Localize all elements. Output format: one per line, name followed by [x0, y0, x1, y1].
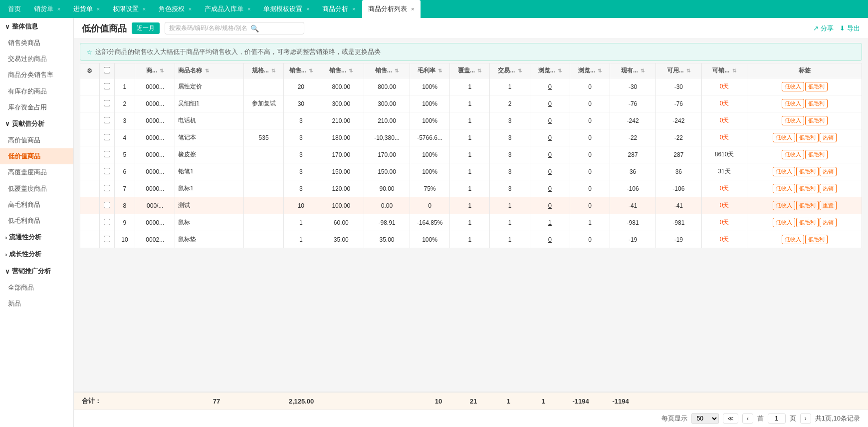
col-browse1-header[interactable]: 浏览... ⇅ [530, 63, 570, 78]
sidebar-item-low-value[interactable]: 低价值商品 [0, 148, 73, 164]
sidebar-item-sales-goods[interactable]: 销售类商品 [0, 35, 73, 51]
browse1[interactable]: 0 [530, 129, 570, 146]
sidebar-item-traded-goods[interactable]: 交易过的商品 [0, 51, 73, 67]
sidebar-item-new-goods[interactable]: 新品 [0, 296, 73, 312]
col-settings[interactable]: ⚙ [80, 63, 100, 78]
search-box[interactable]: 搜索条码/编码/名称/规格/别名 🔍 [165, 22, 304, 34]
row-checkbox[interactable] [104, 185, 110, 191]
sidebar-item-low-coverage[interactable]: 低覆盖度商品 [0, 181, 73, 197]
share-button[interactable]: ↗ 分享 [813, 24, 834, 33]
page-size-select[interactable]: 50 100 [691, 413, 719, 424]
row-checkbox[interactable] [104, 202, 110, 208]
sidebar-item-high-profit[interactable]: 高毛利商品 [0, 197, 73, 213]
col-sales-qty-header[interactable]: 销售... ⇅ [284, 63, 318, 78]
checkbox-cell[interactable] [99, 112, 114, 129]
browse1[interactable]: 0 [530, 180, 570, 197]
checkbox-cell[interactable] [99, 231, 114, 248]
select-all-checkbox[interactable] [104, 67, 110, 73]
checkbox-cell[interactable] [99, 163, 114, 180]
close-icon[interactable]: × [143, 6, 146, 12]
browse1[interactable]: 0 [530, 146, 570, 163]
browse-link[interactable]: 0 [548, 100, 552, 107]
sidebar-group-growth[interactable]: › 成长性分析 [0, 246, 73, 263]
col-spec-header[interactable]: 规格... ⇅ [243, 63, 283, 78]
col-sales-amount-header[interactable]: 销售... ⇅ [318, 63, 364, 78]
col-coverage-header[interactable]: 覆盖... ⇅ [450, 63, 490, 78]
nav-item-warehouse[interactable]: 产成品入库单 × [199, 0, 256, 18]
row-checkbox[interactable] [104, 151, 110, 157]
checkbox-cell[interactable] [99, 95, 114, 112]
browse1[interactable]: 0 [530, 95, 570, 112]
nav-item-template[interactable]: 单据模板设置 × [257, 0, 315, 18]
row-checkbox[interactable] [104, 236, 110, 242]
browse-link[interactable]: 0 [548, 151, 552, 158]
browse1[interactable]: 0 [530, 197, 570, 214]
nav-item-permissions[interactable]: 权限设置 × [107, 0, 152, 18]
col-available-stock-header[interactable]: 可用... ⇅ [655, 63, 701, 78]
checkbox-cell[interactable] [99, 180, 114, 197]
browse-link[interactable]: 0 [548, 134, 552, 141]
sidebar-group-overview[interactable]: ∨ 整体信息 [0, 18, 73, 35]
close-icon[interactable]: × [97, 6, 100, 12]
checkbox-cell[interactable] [99, 197, 114, 214]
browse-link[interactable]: 0 [548, 202, 552, 209]
row-checkbox[interactable] [104, 134, 110, 140]
checkbox-cell[interactable] [99, 146, 114, 163]
row-checkbox[interactable] [104, 168, 110, 174]
row-checkbox[interactable] [104, 83, 110, 89]
sidebar-group-contribution[interactable]: ∨ 贡献值分析 [0, 115, 73, 132]
col-gross-margin-header[interactable]: 毛利率 ⇅ [410, 63, 449, 78]
col-checkbox[interactable] [99, 63, 114, 78]
close-icon[interactable]: × [189, 6, 192, 12]
sidebar-item-low-profit[interactable]: 低毛利商品 [0, 213, 73, 229]
nav-item-goods-list[interactable]: 商品分析列表 × [362, 0, 420, 18]
checkbox-cell[interactable] [99, 129, 114, 146]
col-code-header[interactable]: 商... ⇅ [135, 63, 175, 78]
search-icon[interactable]: 🔍 [250, 24, 259, 32]
browse-link[interactable]: 0 [548, 185, 552, 192]
browse1[interactable]: 0 [530, 112, 570, 129]
sidebar-item-stock-goods[interactable]: 有库存的商品 [0, 83, 73, 99]
export-button[interactable]: ⬇ 导出 [840, 24, 860, 33]
row-checkbox[interactable] [104, 100, 110, 106]
sidebar-item-all-goods[interactable]: 全部商品 [0, 280, 73, 296]
nav-item-sales[interactable]: 销货单 × [28, 0, 66, 18]
nav-item-roles[interactable]: 角色授权 × [153, 0, 198, 18]
close-icon[interactable]: × [306, 6, 309, 12]
row-checkbox[interactable] [104, 117, 110, 123]
col-sales-profit-header[interactable]: 销售... ⇅ [364, 63, 410, 78]
checkbox-cell[interactable] [99, 78, 114, 95]
sidebar-group-circulation[interactable]: › 流通性分析 [0, 229, 73, 246]
browse-link[interactable]: 0 [548, 236, 552, 243]
sidebar-item-high-coverage[interactable]: 高覆盖度商品 [0, 164, 73, 180]
browse-link[interactable]: 0 [548, 83, 552, 90]
browse-link[interactable]: 0 [548, 117, 552, 124]
row-checkbox[interactable] [104, 219, 110, 225]
browse-link[interactable]: 1 [548, 219, 552, 226]
browse1[interactable]: 1 [530, 214, 570, 231]
sidebar-item-stock-funds[interactable]: 库存资金占用 [0, 99, 73, 115]
browse1[interactable]: 0 [530, 78, 570, 95]
period-button[interactable]: 近一月 [132, 22, 160, 34]
next-page-button[interactable]: › [800, 414, 811, 424]
col-current-stock-header[interactable]: 现有... ⇅ [610, 63, 656, 78]
browse1[interactable]: 0 [530, 163, 570, 180]
browse1[interactable]: 0 [530, 231, 570, 248]
first-page-button[interactable]: ≪ [723, 414, 738, 424]
checkbox-cell[interactable] [99, 214, 114, 231]
col-browse2-header[interactable]: 浏览... ⇅ [570, 63, 610, 78]
browse-link[interactable]: 0 [548, 168, 552, 175]
close-icon[interactable]: × [247, 6, 250, 12]
col-name-header[interactable]: 商品名称 ⇅ [175, 63, 244, 78]
nav-home[interactable]: 首页 [2, 0, 27, 18]
prev-page-button[interactable]: ‹ [742, 414, 753, 424]
page-input[interactable] [768, 414, 786, 424]
close-icon[interactable]: × [411, 6, 414, 12]
sidebar-group-marketing[interactable]: ∨ 营销推广分析 [0, 263, 73, 280]
sidebar-item-high-value[interactable]: 高价值商品 [0, 132, 73, 148]
col-trade-header[interactable]: 交易... ⇅ [490, 63, 530, 78]
col-saleable-days-header[interactable]: 可销... ⇅ [701, 63, 747, 78]
sidebar-item-category-sales-rate[interactable]: 商品分类销售率 [0, 67, 73, 83]
nav-item-purchase[interactable]: 进货单 × [67, 0, 106, 18]
close-icon[interactable]: × [352, 6, 355, 12]
